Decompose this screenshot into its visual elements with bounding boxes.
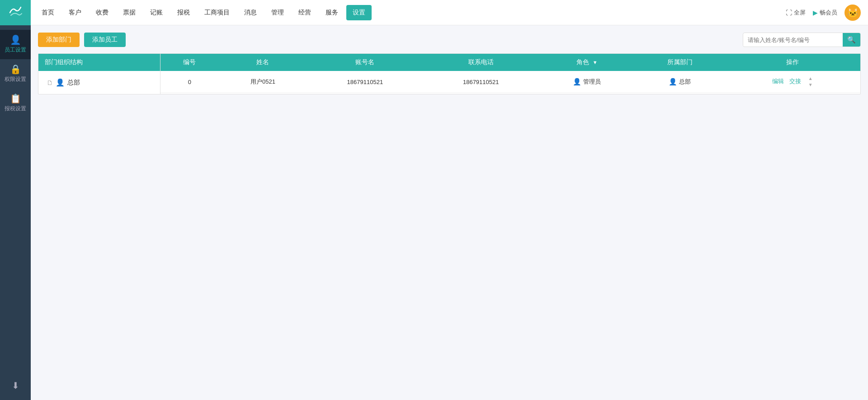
edit-link[interactable]: 编辑 [770, 78, 786, 85]
logo-area [0, 0, 31, 25]
dept-header: 部门组织结构 [38, 54, 160, 71]
nav-service[interactable]: 服务 [319, 5, 344, 20]
handover-link[interactable]: 交接 [788, 78, 803, 85]
content-area: 添加部门 添加员工 🔍 部门组织结构 🗋 👤 总部 [31, 25, 868, 400]
sidebar-item-employee[interactable]: 👤 员工设置 [0, 30, 31, 59]
dept-tree: 🗋 👤 总部 [38, 71, 160, 94]
table-panel: 编号 姓名 账号名 联系电话 角色 ▼ 所属部门 操作 [160, 54, 860, 94]
col-phone: 联系电话 [423, 54, 539, 71]
nav-home[interactable]: 首页 [35, 5, 61, 20]
avatar[interactable]: 🐱 [844, 5, 861, 21]
search-icon: 🔍 [847, 36, 856, 43]
employee-table: 编号 姓名 账号名 联系电话 角色 ▼ 所属部门 操作 [160, 54, 860, 93]
fullscreen-label: 全屏 [794, 9, 806, 17]
add-emp-button[interactable]: 添加员工 [84, 33, 126, 47]
fullscreen-icon: ⛶ [786, 9, 792, 16]
nav-tax[interactable]: 报税 [171, 5, 196, 20]
avatar-icon: 🐱 [847, 7, 859, 18]
cell-actions: 编辑 交接 ▲ ▼ [725, 71, 860, 93]
cell-dept: 👤 总部 [635, 71, 725, 93]
dept-panel: 部门组织结构 🗋 👤 总部 [38, 54, 160, 94]
file-settings-icon: 📋 [10, 94, 21, 103]
sidebar-item-tax-settings[interactable]: 📋 报税设置 [0, 89, 31, 118]
scroll-up-icon[interactable]: ▲ [808, 75, 813, 82]
top-nav: 首页 客户 收费 票据 记账 报税 工商项目 消息 管理 经营 服务 设置 ⛶ … [0, 0, 868, 25]
logo-icon [6, 4, 24, 22]
nav-manage[interactable]: 管理 [265, 5, 290, 20]
nav-settings[interactable]: 设置 [346, 5, 372, 20]
search-box: 🔍 [743, 33, 861, 47]
nav-items: 首页 客户 收费 票据 记账 报税 工商项目 消息 管理 经营 服务 设置 [31, 5, 786, 20]
two-panel: 部门组织结构 🗋 👤 总部 编号 姓名 账号名 [38, 53, 861, 94]
dept-tree-item[interactable]: 🗋 👤 总部 [43, 75, 156, 89]
vip-button[interactable]: ▶ 畅会员 [813, 9, 837, 17]
nav-business[interactable]: 工商项目 [198, 5, 236, 20]
col-account: 账号名 [307, 54, 423, 71]
nav-customer[interactable]: 客户 [62, 5, 88, 20]
nav-invoice[interactable]: 票据 [117, 5, 142, 20]
role-filter-icon[interactable]: ▼ [593, 60, 598, 65]
col-id: 编号 [160, 54, 219, 71]
main-layout: 👤 员工设置 🔒 权限设置 📋 报税设置 ⬇ 添加部门 添加员工 🔍 [0, 25, 868, 400]
toolbar: 添加部门 添加员工 🔍 [38, 33, 861, 47]
sidebar-label-employee: 员工设置 [5, 46, 26, 54]
dept-value: 总部 [679, 78, 691, 86]
cell-id: 0 [160, 71, 219, 93]
search-input[interactable] [743, 34, 843, 46]
vip-label: 畅会员 [820, 9, 837, 17]
nav-bookkeeping[interactable]: 记账 [144, 5, 169, 20]
file-icon: 🗋 [47, 79, 53, 86]
dept-name: 总部 [67, 79, 80, 87]
table-header-row: 编号 姓名 账号名 联系电话 角色 ▼ 所属部门 操作 [160, 54, 860, 71]
cell-name: 用户0521 [219, 71, 307, 93]
sidebar-item-permission[interactable]: 🔒 权限设置 [0, 59, 31, 89]
vip-icon: ▶ [813, 9, 818, 16]
nav-operation[interactable]: 经营 [292, 5, 317, 20]
sidebar-label-permission: 权限设置 [5, 75, 26, 83]
role-value: 管理员 [583, 78, 601, 86]
cell-phone: 18679110521 [423, 71, 539, 93]
nav-right: ⛶ 全屏 ▶ 畅会员 🐱 [786, 5, 868, 21]
col-action: 操作 [725, 54, 860, 71]
sidebar: 👤 员工设置 🔒 权限设置 📋 报税设置 ⬇ [0, 25, 31, 400]
person-icon: 👤 [10, 35, 21, 44]
col-name: 姓名 [219, 54, 307, 71]
sidebar-label-tax: 报税设置 [5, 105, 26, 113]
cell-role: 👤 管理员 [539, 71, 635, 93]
lock-icon: 🔒 [10, 65, 21, 74]
download-icon: ⬇ [12, 381, 19, 390]
fullscreen-button[interactable]: ⛶ 全屏 [786, 9, 806, 17]
sidebar-download-button[interactable]: ⬇ [0, 376, 31, 395]
search-button[interactable]: 🔍 [843, 33, 860, 47]
scroll-down-icon[interactable]: ▼ [808, 82, 813, 88]
add-dept-button[interactable]: 添加部门 [38, 33, 80, 47]
dept-user-icon2: 👤 [669, 78, 677, 86]
table-row: 0 用户0521 18679110521 18679110521 👤 管理员 👤… [160, 71, 860, 93]
cell-account: 18679110521 [307, 71, 423, 93]
col-role: 角色 ▼ [539, 54, 635, 71]
role-user-icon: 👤 [573, 78, 581, 86]
col-dept: 所属部门 [635, 54, 725, 71]
nav-message[interactable]: 消息 [238, 5, 263, 20]
sidebar-bottom: ⬇ [0, 376, 31, 400]
dept-user-icon: 👤 [56, 78, 65, 87]
nav-fee[interactable]: 收费 [90, 5, 115, 20]
